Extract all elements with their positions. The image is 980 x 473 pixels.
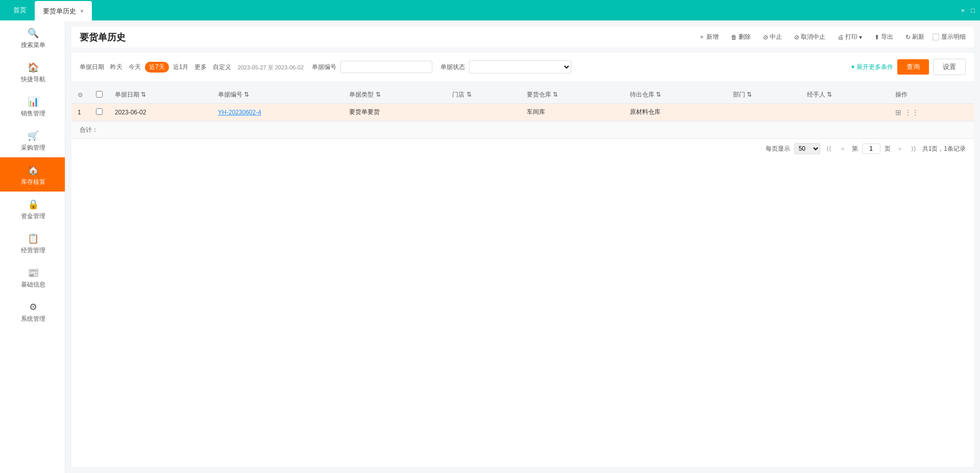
add-button[interactable]: ＋ 新增	[695, 31, 723, 43]
cancel-stop-button[interactable]: ⊘ 取消中止	[790, 31, 829, 43]
view-action-btn[interactable]: ⊞	[895, 108, 901, 116]
page-suffix: 页	[885, 145, 891, 153]
tab-history-label: 要货单历史	[43, 7, 76, 16]
sidebar-item-sales[interactable]: 📊 销售管理	[0, 89, 65, 123]
tab-home[interactable]: 首页	[5, 0, 35, 20]
th-handler: 经手人 ⇅	[801, 86, 890, 104]
tab-history[interactable]: 要货单历史 ×	[35, 1, 92, 21]
date-btn-7days[interactable]: 近7天	[145, 62, 169, 73]
sidebar-item-shortcuts-label: 快捷导航	[21, 75, 45, 84]
query-button[interactable]: 查询	[897, 59, 929, 75]
print-dropdown-icon: ▾	[859, 34, 862, 41]
settings-button[interactable]: 设置	[933, 59, 966, 75]
prev-page-btn[interactable]: ＜	[838, 144, 848, 154]
display-detail-toggle[interactable]: 显示明细	[933, 33, 966, 41]
expand-icon: ▾	[851, 63, 854, 70]
sort-department[interactable]: 部门 ⇅	[733, 90, 752, 99]
home-icon: 🏠	[28, 62, 39, 73]
last-page-btn[interactable]: ⟩⟩	[909, 144, 918, 153]
sort-store[interactable]: 门店 ⇅	[452, 90, 471, 99]
stop-button[interactable]: ⊘ 中止	[759, 31, 786, 43]
window-close-btn[interactable]: ×	[961, 7, 965, 14]
date-range-display: 2023-05-27 至 2023-06-02	[237, 64, 304, 72]
doc-no-link[interactable]: YH-20230602-4	[218, 109, 261, 116]
chart-icon: 📊	[28, 96, 39, 107]
filter-row: 单据日期 昨天 今天 近7天 近1月 更多 自定义 2023-05-27 至 2…	[80, 59, 966, 75]
cell-doc-no[interactable]: YH-20230602-4	[212, 104, 343, 121]
tab-close-icon[interactable]: ×	[80, 8, 84, 15]
date-btn-today[interactable]: 今天	[127, 62, 143, 73]
more-action-btn[interactable]: ⋮⋮	[904, 108, 919, 116]
cell-num: 1	[71, 104, 90, 121]
search-icon: 🔍	[28, 28, 39, 39]
sort-doc-type[interactable]: 单据类型 ⇅	[349, 90, 380, 99]
date-btn-1month[interactable]: 近1月	[171, 62, 191, 73]
refresh-icon: ↻	[905, 34, 911, 41]
sidebar-item-search[interactable]: 🔍 搜索菜单	[0, 20, 65, 55]
doc-no-input[interactable]	[340, 61, 432, 73]
date-btn-custom[interactable]: 自定义	[211, 62, 233, 73]
cell-date: 2023-06-02	[109, 104, 212, 121]
sidebar-item-system[interactable]: ⚙ 系统管理	[0, 294, 65, 328]
cell-handler	[801, 104, 890, 121]
page-title: 要货单历史	[80, 31, 126, 43]
header-actions: ＋ 新增 🗑 删除 ⊘ 中止 ⊘ 取消中止 🖨 打印	[695, 31, 966, 43]
pagination-bar: 每页显示 10 20 50 100 ⟨⟨ ＜ 第 页 ＞ ⟩⟩ 共1页，1条记录	[71, 138, 974, 158]
expand-conditions-btn[interactable]: ▾ 展开更多条件	[851, 63, 893, 72]
print-label: 打印	[845, 33, 857, 41]
status-filter-group: 单据状态	[440, 60, 571, 74]
page-number-input[interactable]	[862, 144, 880, 154]
sidebar-item-inventory[interactable]: 🏠 库存核算	[0, 157, 65, 192]
column-settings-icon[interactable]: ⚙	[78, 91, 83, 99]
th-settings[interactable]: ⚙	[71, 86, 90, 104]
sidebar-item-finance[interactable]: 🔒 资金管理	[0, 192, 65, 226]
cell-checkbox[interactable]	[90, 104, 109, 121]
refresh-button[interactable]: ↻ 刷新	[901, 31, 928, 43]
select-all-checkbox[interactable]	[96, 91, 103, 98]
delete-button[interactable]: 🗑 删除	[727, 31, 755, 43]
th-department: 部门 ⇅	[727, 86, 801, 104]
sort-req-warehouse[interactable]: 要货仓库 ⇅	[527, 90, 558, 99]
th-req-warehouse: 要货仓库 ⇅	[521, 86, 624, 104]
print-button[interactable]: 🖨 打印 ▾	[834, 31, 866, 43]
first-page-btn[interactable]: ⟨⟨	[824, 144, 834, 153]
sidebar-item-basic[interactable]: 📰 基础信息	[0, 260, 65, 294]
table-header-row: ⚙ 单据日期 ⇅ 单据编号 ⇅ 单据类型 ⇅	[71, 86, 974, 104]
sort-pending-warehouse[interactable]: 待出仓库 ⇅	[630, 90, 661, 99]
sidebar-item-shortcuts[interactable]: 🏠 快捷导航	[0, 55, 65, 89]
window-restore-btn[interactable]: □	[971, 7, 975, 14]
cancel-stop-icon: ⊘	[794, 34, 799, 41]
page-size-select[interactable]: 10 20 50 100	[794, 143, 820, 154]
sort-doc-no[interactable]: 单据编号 ⇅	[218, 90, 249, 99]
stop-icon: ⊘	[763, 34, 768, 41]
date-btn-more[interactable]: 更多	[192, 62, 209, 73]
total-info: 共1页，1条记录	[922, 145, 966, 153]
cell-pending-warehouse: 原材料仓库	[624, 104, 727, 121]
sidebar-item-operations-label: 经营管理	[21, 246, 45, 255]
sidebar-item-system-label: 系统管理	[21, 315, 45, 323]
detail-checkbox[interactable]	[933, 34, 939, 40]
sort-handler[interactable]: 经手人 ⇅	[807, 90, 832, 99]
th-actions: 操作	[889, 86, 974, 104]
delete-icon: 🗑	[731, 34, 737, 41]
next-page-btn[interactable]: ＞	[895, 144, 905, 154]
inventory-icon: 🏠	[28, 164, 39, 176]
page-header: 要货单历史 ＋ 新增 🗑 删除 ⊘ 中止 ⊘ 取消中止	[71, 27, 974, 48]
sidebar-item-purchase[interactable]: 🛒 采购管理	[0, 123, 65, 157]
cell-department	[727, 104, 801, 121]
date-filter-group: 单据日期 昨天 今天 近7天 近1月 更多 自定义 2023-05-27 至 2…	[80, 62, 304, 73]
sidebar: 🔍 搜索菜单 🏠 快捷导航 📊 销售管理 🛒 采购管理 🏠 库存核算 🔒 资金管…	[0, 20, 65, 473]
th-checkbox[interactable]	[90, 86, 109, 104]
th-doc-no: 单据编号 ⇅	[212, 86, 343, 104]
cart-icon: 🛒	[28, 130, 39, 141]
cancel-stop-label: 取消中止	[801, 33, 825, 41]
page-label: 第	[852, 145, 858, 153]
date-btn-yesterday[interactable]: 昨天	[108, 62, 125, 73]
doc-no-label: 单据编号	[312, 63, 336, 72]
export-button[interactable]: ⬆ 导出	[870, 31, 897, 43]
status-select[interactable]	[469, 60, 571, 74]
th-store: 门店 ⇅	[446, 86, 520, 104]
refresh-label: 刷新	[912, 33, 924, 41]
sidebar-item-operations[interactable]: 📋 经营管理	[0, 226, 65, 260]
sort-date[interactable]: 单据日期 ⇅	[115, 90, 146, 99]
